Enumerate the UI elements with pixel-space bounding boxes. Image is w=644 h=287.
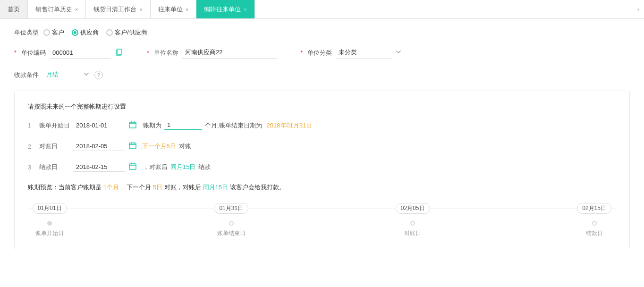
tab-cash-goods-workbench[interactable]: 钱货日清工作台 × bbox=[86, 0, 150, 18]
required-star-category: * bbox=[300, 49, 303, 56]
preview-reconcile-prefix: 下一个月 bbox=[127, 184, 151, 191]
unit-code-input[interactable] bbox=[50, 47, 111, 59]
period-field-label-1: 账单开始日 bbox=[39, 121, 73, 130]
unit-name-group: * 单位名称 bbox=[147, 47, 277, 59]
period-row-3: 3 结款日 ，对账后 同月15日 结款 bbox=[28, 162, 616, 172]
unit-code-label: 单位编码 bbox=[21, 49, 46, 57]
close-icon[interactable]: × bbox=[139, 7, 142, 12]
timeline-point-1: 01月31日 账单结束日 bbox=[214, 203, 248, 237]
unit-code-group: * 单位编码 bbox=[14, 47, 123, 59]
payment-date-input[interactable] bbox=[73, 162, 125, 172]
period-row-2: 2 对账日 ,下一个月5日 对账 bbox=[28, 142, 616, 151]
unit-category-label: 单位分类 bbox=[307, 49, 332, 57]
radio-supplier[interactable]: 供应商 bbox=[72, 28, 99, 37]
preview-reconcile-orange: 5日 bbox=[153, 184, 162, 191]
tab-bar: 首页 销售订单历史 × 钱货日清工作台 × 往来单位 × 编辑往来单位 × › bbox=[0, 0, 644, 19]
timeline-dot-3 bbox=[592, 221, 597, 226]
tab-edit-partner-unit-label: 编辑往来单位 bbox=[204, 5, 241, 14]
close-icon[interactable]: × bbox=[186, 7, 188, 12]
timeline-badge-1: 01月31日 bbox=[214, 203, 248, 214]
preview-reconcile-suffix: 对账，对账后 bbox=[164, 184, 201, 191]
close-icon[interactable]: × bbox=[244, 7, 246, 12]
period-mid-text-1: 账期为 bbox=[143, 121, 161, 130]
radio-circle-supplier bbox=[72, 29, 78, 36]
period-num-3: 3 bbox=[28, 164, 39, 171]
preview-text: 账期预览：当前客户账期是 1个月， 下一个月 5日 对账，对账后 同月15日 该… bbox=[28, 183, 616, 192]
svg-rect-2 bbox=[129, 122, 136, 128]
period-num-2: 2 bbox=[28, 143, 39, 150]
period-suffix-1: 个月,账单结束日期为 bbox=[205, 121, 262, 130]
timeline-point-3: 02月15日 结款日 bbox=[577, 203, 611, 237]
billing-end-date-highlight: 2018年01月31日 bbox=[267, 121, 313, 130]
timeline-label-0: 账单开始日 bbox=[35, 229, 64, 237]
tab-home[interactable]: 首页 bbox=[0, 0, 28, 18]
preview-payment-teal: 同月15日 bbox=[203, 184, 228, 191]
preview-prefix: 账期预览：当前客户账期是 bbox=[28, 184, 102, 191]
timeline-badge-2: 02月05日 bbox=[396, 203, 430, 214]
radio-circle-customer-supplier bbox=[106, 29, 113, 36]
payment-highlight-3: 同月15日 bbox=[170, 163, 195, 171]
calendar-icon-3[interactable] bbox=[129, 162, 136, 172]
tab-expand-button[interactable]: › bbox=[633, 0, 644, 18]
payment-terms-select[interactable]: 月结 bbox=[43, 68, 90, 81]
tab-partner-units-label: 往来单位 bbox=[158, 5, 183, 14]
unit-category-group: * 单位分类 未分类 bbox=[300, 46, 402, 59]
radio-customer-supplier[interactable]: 客户/供应商 bbox=[106, 28, 147, 37]
chevron-right-icon: › bbox=[637, 6, 639, 13]
help-icon[interactable]: ? bbox=[94, 71, 103, 79]
period-box: 请按照未来的一个完整帐期进行设置 1 账单开始日 账期为 个月,账单结束日期为 … bbox=[14, 91, 630, 249]
unit-name-label: 单位名称 bbox=[154, 49, 178, 57]
timeline-badge-3: 02月15日 bbox=[577, 203, 611, 214]
timeline-dot-2 bbox=[410, 221, 415, 226]
timeline-dot-0 bbox=[47, 221, 52, 226]
unit-category-select[interactable]: 未分类 bbox=[336, 46, 402, 59]
unit-name-input[interactable] bbox=[182, 47, 277, 59]
payment-prefix-3: ，对账后 bbox=[143, 163, 168, 171]
calendar-icon-2[interactable] bbox=[129, 142, 136, 151]
radio-supplier-label: 供应商 bbox=[80, 28, 99, 37]
period-box-title: 请按照未来的一个完整帐期进行设置 bbox=[28, 102, 616, 111]
reconcile-highlight-2: ,下一个月5日 bbox=[140, 142, 176, 151]
timeline-dot-1 bbox=[229, 221, 234, 226]
timeline-point-2: 02月05日 对账日 bbox=[396, 203, 430, 237]
timeline-label-1: 账单结束日 bbox=[217, 229, 246, 237]
period-num-1: 1 bbox=[28, 122, 39, 129]
period-field-label-2: 对账日 bbox=[39, 142, 73, 151]
preview-suffix: 该客户会给我打款。 bbox=[230, 184, 285, 191]
timeline-badge-0: 01月01日 bbox=[33, 203, 67, 214]
reconcile-date-input[interactable] bbox=[73, 142, 125, 151]
tab-edit-partner-unit[interactable]: 编辑往来单位 × bbox=[196, 0, 254, 18]
radio-customer-label: 客户 bbox=[52, 28, 64, 37]
tab-partner-units[interactable]: 往来单位 × bbox=[151, 0, 196, 18]
chevron-down-icon bbox=[83, 71, 90, 79]
unit-type-label: 单位类型 bbox=[14, 28, 39, 37]
timeline-point-0: 01月01日 账单开始日 bbox=[33, 203, 67, 237]
radio-circle-customer bbox=[43, 29, 50, 36]
svg-rect-1 bbox=[117, 49, 122, 54]
period-months-input[interactable] bbox=[164, 120, 202, 130]
copy-icon[interactable] bbox=[115, 48, 123, 58]
unit-type-radio-group: 客户 供应商 客户/供应商 bbox=[43, 28, 147, 37]
payment-terms-value: 月结 bbox=[43, 68, 81, 81]
tab-sales-order-history[interactable]: 销售订单历史 × bbox=[28, 0, 86, 18]
period-field-label-3: 结款日 bbox=[39, 163, 73, 171]
chevron-down-icon bbox=[395, 49, 402, 57]
timeline: 01月01日 账单开始日 01月31日 账单结束日 02月05日 对账日 02月… bbox=[28, 203, 616, 237]
timeline-label-2: 对账日 bbox=[404, 229, 421, 237]
timeline-label-3: 结款日 bbox=[586, 229, 603, 237]
unit-info-row: * 单位编码 * 单位名称 * 单位分类 未分类 bbox=[14, 46, 630, 59]
unit-category-value: 未分类 bbox=[336, 46, 392, 59]
payment-terms-label: 收款条件 bbox=[14, 71, 39, 79]
main-content: 单位类型 客户 供应商 客户/供应商 * 单位编码 bbox=[0, 19, 644, 287]
reconcile-suffix-2: 对账 bbox=[179, 142, 191, 151]
radio-customer-supplier-label: 客户/供应商 bbox=[115, 28, 147, 37]
timeline-points: 01月01日 账单开始日 01月31日 账单结束日 02月05日 对账日 02月… bbox=[33, 203, 611, 237]
tab-sales-order-history-label: 销售订单历史 bbox=[35, 5, 72, 14]
billing-start-date-input[interactable] bbox=[73, 121, 125, 130]
svg-rect-4 bbox=[129, 164, 136, 169]
preview-period-orange: 1个月， bbox=[103, 184, 125, 191]
payment-terms-row: 收款条件 月结 ? bbox=[14, 68, 630, 81]
radio-customer[interactable]: 客户 bbox=[43, 28, 64, 37]
close-icon[interactable]: × bbox=[75, 7, 78, 12]
calendar-icon-1[interactable] bbox=[129, 121, 136, 130]
